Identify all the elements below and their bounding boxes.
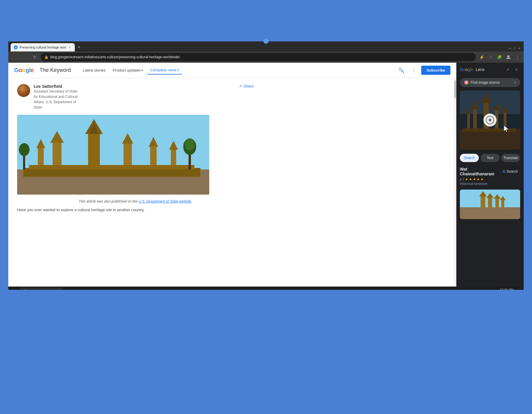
- lens-secondary-image: [460, 190, 520, 219]
- tab-close-button[interactable]: ×: [68, 45, 72, 49]
- window-controls: — □ ×: [508, 46, 521, 51]
- lens-text-button[interactable]: Text: [481, 154, 499, 162]
- svg-rect-45: [481, 195, 485, 208]
- desktop-bg-bottom: [0, 290, 532, 414]
- svg-rect-47: [488, 197, 492, 208]
- lens-result-search-button[interactable]: G Search: [500, 168, 520, 175]
- desktop-bg-top: [0, 0, 532, 38]
- close-button[interactable]: ×: [517, 46, 521, 50]
- caption-link[interactable]: U.S. Department of State website.: [139, 199, 192, 203]
- temple-image: [17, 115, 209, 195]
- svg-rect-30: [473, 108, 477, 130]
- extensions-icon[interactable]: ⚡: [478, 53, 486, 61]
- lens-google-logo: Google: [460, 67, 473, 72]
- search-icon-btn[interactable]: 🔍: [396, 65, 406, 75]
- svg-rect-27: [460, 129, 520, 150]
- author-info: Lee Satterfield Assistant Secretary of S…: [34, 84, 235, 110]
- landmark-type: Historical landmark: [460, 182, 520, 185]
- more-icon-btn[interactable]: ⋮: [409, 65, 419, 75]
- lens-panel: Google Lens ↗ × Find image source ↗: [456, 63, 524, 297]
- nav-company-news[interactable]: Company news ▾: [147, 66, 182, 75]
- site-header: Google The Keyword Latest stories Produc…: [8, 63, 456, 78]
- forward-button[interactable]: →: [21, 53, 29, 61]
- profile-icon[interactable]: [504, 53, 512, 61]
- address-bar: ← → ↻ 🔒 blog.google/outreach-initiatives…: [8, 51, 524, 63]
- lens-circle-icon: [464, 80, 469, 85]
- lens-result-header: WatChaiwatthanaram G Search: [460, 167, 520, 176]
- find-source-label: Find image source: [471, 80, 500, 85]
- share-button[interactable]: ↗ Share: [239, 84, 254, 88]
- share-icon: ↗: [239, 84, 242, 88]
- toolbar-icons: ⚡ ☆ 🧩 ⋮: [478, 53, 521, 61]
- svg-point-20: [185, 138, 194, 150]
- rating-row: 4.7 ★ ★ ★ ★ ★: [460, 177, 520, 181]
- svg-rect-17: [29, 165, 194, 169]
- svg-point-22: [19, 143, 30, 156]
- article-body: Have you ever wanted to explore a cultur…: [17, 207, 254, 213]
- google-g-icon: G: [503, 169, 505, 174]
- lens-search-button[interactable]: Search: [460, 154, 479, 162]
- svg-rect-36: [467, 113, 470, 130]
- active-tab[interactable]: G Preserving cultural heritage worl ×: [11, 43, 75, 51]
- webpage: Google The Keyword Latest stories Produc…: [8, 63, 456, 297]
- lens-preview-inner: [460, 90, 520, 150]
- svg-point-0: [507, 55, 510, 58]
- google-logo: Google: [14, 67, 34, 74]
- bookmark-icon[interactable]: ☆: [486, 53, 495, 61]
- chevron-down-icon: ▾: [178, 68, 179, 72]
- lens-header-icons: ↗ ×: [504, 66, 520, 73]
- svg-rect-49: [495, 198, 499, 208]
- browser-window: G Preserving cultural heritage worl × + …: [8, 41, 524, 297]
- header-right: 🔍 ⋮ Subscribe: [396, 65, 450, 75]
- scroll-thumb[interactable]: [454, 80, 456, 98]
- dot-indicator: [263, 38, 269, 44]
- reload-button[interactable]: ↻: [31, 53, 39, 61]
- search-label: Search: [507, 169, 518, 174]
- lens-image-preview[interactable]: [460, 90, 520, 150]
- browser-content: Google The Keyword Latest stories Produc…: [8, 63, 524, 297]
- find-image-source-button[interactable]: Find image source ↗: [460, 78, 520, 87]
- url-text: blog.google/outreach-initiatives/arts-cu…: [50, 55, 472, 59]
- url-bar[interactable]: 🔒 blog.google/outreach-initiatives/arts-…: [41, 53, 476, 61]
- minimize-button[interactable]: —: [508, 46, 512, 50]
- star-3: ★: [473, 177, 476, 181]
- star-4: ★: [477, 177, 480, 181]
- rating-value: 4.7: [460, 178, 464, 181]
- svg-marker-42: [504, 125, 509, 132]
- cursor: [503, 125, 509, 133]
- lens-title: Lens: [476, 67, 484, 72]
- tab-favicon: G: [14, 45, 18, 49]
- back-button[interactable]: ←: [11, 53, 19, 61]
- lock-icon: 🔒: [44, 55, 48, 59]
- svg-point-41: [489, 119, 491, 121]
- maximize-button[interactable]: □: [512, 46, 517, 50]
- subscribe-button[interactable]: Subscribe: [421, 66, 450, 75]
- lens-actions: Search Text Translate: [456, 151, 524, 164]
- site-name: The Keyword: [40, 67, 71, 73]
- article-content: Lee Satterfield Assistant Secretary of S…: [8, 78, 262, 219]
- author-title: Assistant Secretary of Statefor Educatio…: [34, 89, 235, 110]
- nav-links: Latest stories Product updates ▾ Company…: [80, 66, 182, 75]
- star-5: ★: [481, 177, 484, 181]
- lens-header: Google Lens ↗ ×: [456, 63, 524, 76]
- lens-open-icon[interactable]: ↗: [504, 66, 511, 73]
- chevron-down-icon: ▾: [142, 69, 143, 72]
- nav-latest-stories[interactable]: Latest stories: [80, 66, 108, 74]
- nav-product-updates[interactable]: Product updates ▾: [110, 66, 146, 74]
- landmark-name: WatChaiwatthanaram: [460, 167, 494, 176]
- new-tab-button[interactable]: +: [75, 43, 83, 51]
- tab-title: Preserving cultural heritage worl: [20, 46, 66, 49]
- external-link-icon: ↗: [513, 81, 516, 85]
- avatar: [17, 84, 30, 97]
- webpage-scrollbar[interactable]: [454, 78, 456, 297]
- more-options-icon[interactable]: ⋮: [513, 53, 521, 61]
- puzzle-icon[interactable]: 🧩: [495, 53, 504, 61]
- lens-selection-circle: [484, 114, 497, 127]
- svg-rect-51: [501, 199, 504, 208]
- chrome-frame: G Preserving cultural heritage worl × + …: [8, 41, 524, 63]
- lens-translate-button[interactable]: Translate: [501, 154, 520, 162]
- author-row: Lee Satterfield Assistant Secretary of S…: [17, 84, 254, 110]
- author-name: Lee Satterfield: [34, 84, 235, 89]
- lens-close-icon[interactable]: ×: [512, 66, 520, 73]
- article-caption: This article was also published on the U…: [17, 199, 254, 203]
